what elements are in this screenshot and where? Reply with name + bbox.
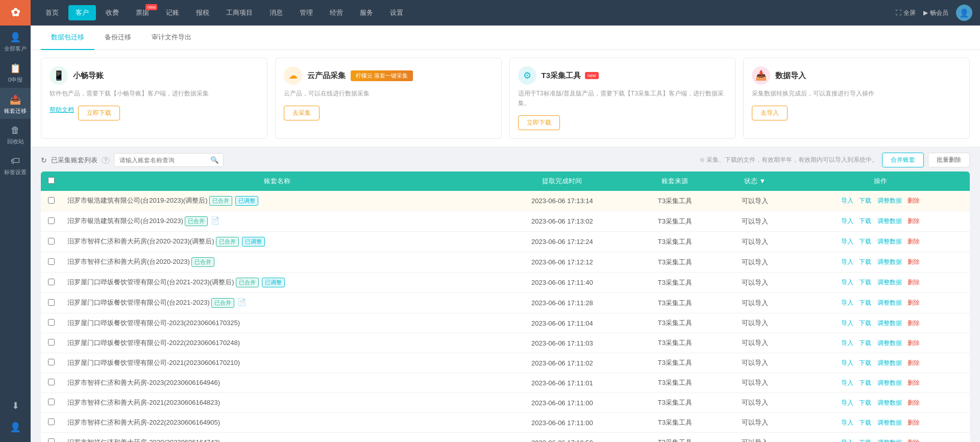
cloud-collect-btn[interactable]: 去采集: [284, 106, 320, 120]
xiao-chang-download-btn[interactable]: 立即下载: [78, 106, 120, 120]
col-status[interactable]: 状态 ▼: [719, 171, 791, 191]
user-avatar[interactable]: 👤: [956, 5, 972, 21]
download-link[interactable]: 下载: [859, 197, 871, 204]
import-link[interactable]: 导入: [841, 399, 853, 406]
import-link[interactable]: 导入: [841, 217, 853, 225]
delete-link[interactable]: 删除: [908, 299, 920, 306]
member-button[interactable]: ▶ 畅会员: [923, 9, 948, 17]
sidebar-item-recycle[interactable]: 🗑 回收站: [0, 119, 31, 150]
nav-customer[interactable]: 客户: [68, 5, 96, 20]
row-checkbox[interactable]: [48, 438, 55, 442]
adjust-data-link[interactable]: 调整数据: [877, 320, 902, 327]
row-checkbox[interactable]: [48, 359, 55, 365]
nav-manage[interactable]: 管理: [292, 5, 320, 20]
sidebar-item-account-migration[interactable]: 📤 账套迁移: [0, 88, 31, 119]
adjust-data-link[interactable]: 调整数据: [877, 238, 902, 245]
import-link[interactable]: 导入: [841, 379, 853, 386]
row-checkbox[interactable]: [48, 319, 55, 326]
row-checkbox[interactable]: [48, 379, 55, 385]
download-link[interactable]: 下载: [859, 217, 871, 225]
download-link[interactable]: 下载: [859, 439, 871, 442]
adjust-data-link[interactable]: 调整数据: [877, 299, 902, 306]
import-link[interactable]: 导入: [841, 279, 853, 286]
search-input[interactable]: [114, 154, 206, 166]
import-link[interactable]: 导入: [841, 238, 853, 245]
nav-operation[interactable]: 经营: [323, 5, 350, 20]
adjust-data-link[interactable]: 调整数据: [877, 419, 902, 426]
download-link[interactable]: 下载: [859, 339, 871, 347]
nav-invoice[interactable]: 票据 new: [129, 5, 156, 20]
adjust-data-link[interactable]: 调整数据: [877, 379, 902, 386]
download-link[interactable]: 下载: [859, 320, 871, 327]
sidebar-item-zero-report[interactable]: 📋 0申报: [0, 57, 31, 88]
delete-link[interactable]: 删除: [908, 238, 920, 245]
adjust-data-link[interactable]: 调整数据: [877, 439, 902, 442]
row-checkbox[interactable]: [48, 217, 55, 224]
adjust-data-link[interactable]: 调整数据: [877, 197, 902, 204]
import-link[interactable]: 导入: [841, 359, 853, 366]
nav-tax[interactable]: 报税: [189, 5, 216, 20]
nav-home[interactable]: 首页: [38, 5, 66, 20]
delete-link[interactable]: 删除: [908, 339, 920, 347]
sidebar-item-download[interactable]: ⬇: [0, 394, 31, 415]
row-checkbox[interactable]: [48, 238, 55, 244]
delete-link[interactable]: 删除: [908, 320, 920, 327]
delete-link[interactable]: 删除: [908, 379, 920, 386]
adjust-data-link[interactable]: 调整数据: [877, 399, 902, 406]
t3-download-btn[interactable]: 立即下载: [518, 115, 560, 130]
help-icon[interactable]: ?: [102, 157, 110, 164]
delete-link[interactable]: 删除: [908, 258, 920, 265]
adjust-data-link[interactable]: 调整数据: [877, 217, 902, 225]
delete-link[interactable]: 删除: [908, 419, 920, 426]
download-link[interactable]: 下载: [859, 359, 871, 366]
select-all-checkbox[interactable]: [48, 177, 55, 184]
download-link[interactable]: 下载: [859, 238, 871, 245]
delete-link[interactable]: 删除: [908, 279, 920, 286]
row-checkbox[interactable]: [48, 279, 55, 285]
delete-link[interactable]: 删除: [908, 359, 920, 366]
tab-backup-migration[interactable]: 备份迁移: [94, 26, 141, 50]
adjust-data-link[interactable]: 调整数据: [877, 258, 902, 265]
fullscreen-button[interactable]: ⛶ 全屏: [895, 9, 916, 17]
nav-service[interactable]: 服务: [353, 5, 380, 20]
import-link[interactable]: 导入: [841, 299, 853, 306]
row-checkbox[interactable]: [48, 299, 55, 306]
sidebar-item-tag-settings[interactable]: 🏷 标签设置: [0, 150, 31, 180]
download-link[interactable]: 下载: [859, 379, 871, 386]
download-link[interactable]: 下载: [859, 279, 871, 286]
nav-bookkeeping[interactable]: 记账: [159, 5, 186, 20]
import-link[interactable]: 导入: [841, 439, 853, 442]
merge-account-btn[interactable]: 合并账套: [882, 153, 924, 167]
adjust-data-link[interactable]: 调整数据: [877, 279, 902, 286]
row-checkbox[interactable]: [48, 258, 55, 265]
tab-data-migration[interactable]: 数据包迁移: [41, 26, 94, 50]
search-button[interactable]: 🔍: [206, 154, 223, 166]
sidebar-item-all-customers[interactable]: 👤 全部客户: [0, 26, 31, 57]
row-checkbox[interactable]: [48, 339, 55, 346]
delete-link[interactable]: 删除: [908, 197, 920, 204]
nav-settings[interactable]: 设置: [383, 5, 410, 20]
row-checkbox[interactable]: [48, 419, 55, 425]
go-import-btn[interactable]: 去导入: [752, 106, 788, 120]
nav-business[interactable]: 工商项目: [219, 5, 260, 20]
tab-audit-export[interactable]: 审计文件导出: [141, 26, 202, 50]
download-link[interactable]: 下载: [859, 419, 871, 426]
import-link[interactable]: 导入: [841, 419, 853, 426]
import-link[interactable]: 导入: [841, 197, 853, 204]
download-link[interactable]: 下载: [859, 299, 871, 306]
import-link[interactable]: 导入: [841, 320, 853, 327]
delete-link[interactable]: 删除: [908, 399, 920, 406]
sidebar-item-user-profile[interactable]: 👤: [0, 415, 31, 437]
import-link[interactable]: 导入: [841, 258, 853, 265]
download-link[interactable]: 下载: [859, 399, 871, 406]
adjust-data-link[interactable]: 调整数据: [877, 359, 902, 366]
adjust-data-link[interactable]: 调整数据: [877, 339, 902, 347]
batch-delete-btn[interactable]: 批量删除: [928, 153, 970, 167]
delete-link[interactable]: 删除: [908, 217, 920, 225]
refresh-icon[interactable]: ↻: [41, 156, 47, 164]
nav-message[interactable]: 消息: [262, 5, 290, 20]
import-link[interactable]: 导入: [841, 339, 853, 347]
nav-billing[interactable]: 收费: [99, 5, 126, 20]
download-link[interactable]: 下载: [859, 258, 871, 265]
row-checkbox[interactable]: [48, 399, 55, 405]
